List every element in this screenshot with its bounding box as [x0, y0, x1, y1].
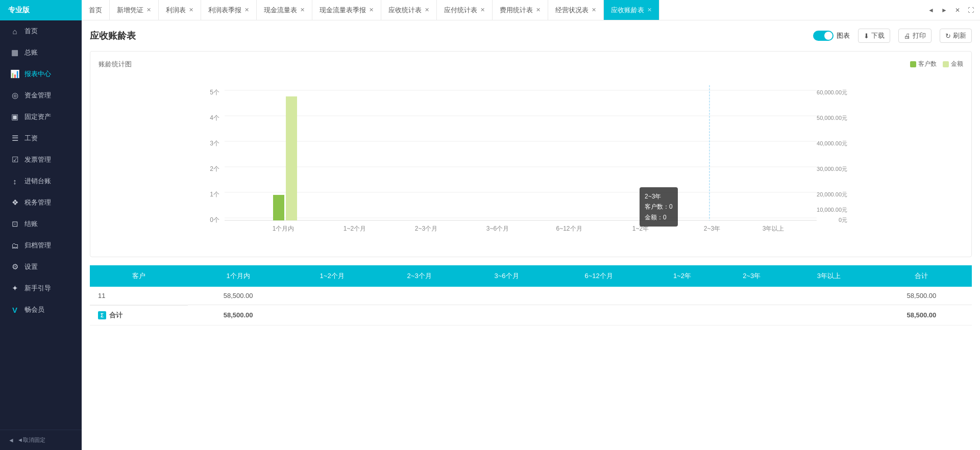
svg-text:10,000.00元: 10,000.00元	[817, 207, 847, 213]
cell-total-y2	[647, 305, 717, 326]
tab-close-aging[interactable]: ✕	[647, 7, 652, 13]
tab-cashflow[interactable]: 现金流量表 ✕	[257, 0, 312, 20]
invoice-icon: ☑	[10, 155, 19, 164]
header-actions: 图表 ⬇ 下载 🖨 打印 ↻ 刷新	[813, 29, 972, 43]
tab-close-business-stat[interactable]: ✕	[592, 7, 596, 13]
col-total: 合计	[871, 265, 972, 287]
sidebar-item-reports[interactable]: 📊 报表中心	[0, 63, 82, 85]
tab-close-all-btn[interactable]: ✕	[951, 4, 964, 16]
legend-customers: 客户数	[910, 60, 937, 68]
tab-close-voucher[interactable]: ✕	[146, 7, 151, 13]
sidebar-collapse-btn[interactable]: ◄ ◄取消固定	[0, 430, 82, 450]
bar-customers-0	[273, 195, 284, 220]
legend-amount-dot	[943, 61, 949, 67]
col-m12: 6~12个月	[550, 265, 647, 287]
tab-close-payable-stat[interactable]: ✕	[480, 7, 485, 13]
tab-navigation: ◄ ► ✕ ⛶	[922, 4, 980, 16]
tab-expand-btn[interactable]: ⛶	[965, 4, 977, 16]
col-m2: 1~2个月	[288, 265, 376, 287]
svg-text:3个: 3个	[210, 140, 219, 147]
print-button[interactable]: 🖨 打印	[898, 29, 932, 43]
sidebar-item-ledger[interactable]: ▦ 总账	[0, 42, 82, 63]
cell-total-above3	[787, 305, 871, 326]
cell-y3-0	[717, 287, 787, 305]
sidebar-item-vip[interactable]: V 畅会员	[0, 299, 82, 320]
chart-toggle[interactable]: 图表	[813, 31, 850, 41]
toggle-knob[interactable]	[813, 31, 834, 41]
table-total-row: Σ 合计 58,500.00 58,500.00	[90, 305, 972, 326]
page-header: 应收账龄表 图表 ⬇ 下载 🖨 打印 ↻ 刷新	[90, 29, 972, 43]
svg-text:2~3个月: 2~3个月	[415, 225, 437, 232]
svg-text:40,000.00元: 40,000.00元	[817, 140, 847, 146]
table-row: 11 58,500.00 58,500.00	[90, 287, 972, 305]
home-icon: ⌂	[10, 27, 19, 36]
svg-text:50,000.00元: 50,000.00元	[817, 115, 847, 121]
page-title: 应收账龄表	[90, 30, 136, 42]
svg-text:0元: 0元	[839, 217, 847, 223]
tab-receivable-stat[interactable]: 应收统计表 ✕	[381, 0, 437, 20]
sidebar-logo: 专业版	[0, 0, 82, 20]
tab-close-receivable-stat[interactable]: ✕	[425, 7, 429, 13]
sidebar-item-salary[interactable]: ☰ 工资	[0, 128, 82, 149]
close-accounts-icon: ⊡	[10, 219, 19, 229]
sidebar-item-invoice[interactable]: ☑ 发票管理	[0, 149, 82, 170]
sidebar-item-assets[interactable]: ▣ 固定资产	[0, 106, 82, 128]
svg-text:3年以上: 3年以上	[763, 225, 785, 232]
total-icon: Σ	[98, 311, 106, 319]
sidebar-item-archive[interactable]: 🗂 归档管理	[0, 235, 82, 256]
cell-total-0: 58,500.00	[871, 287, 972, 305]
tab-profit[interactable]: 利润表 ✕	[159, 0, 201, 20]
tab-voucher[interactable]: 新增凭证 ✕	[110, 0, 159, 20]
chart-svg: 5个 4个 3个 2个 1个 0个 60,000.00元 50,000.00元 …	[99, 75, 963, 248]
tab-prev-btn[interactable]: ◄	[925, 4, 937, 16]
svg-text:30,000.00元: 30,000.00元	[817, 166, 847, 172]
tab-close-cashflow-quarter[interactable]: ✕	[369, 7, 374, 13]
print-icon: 🖨	[904, 32, 911, 40]
table-header-row: 客户 1个月内 1~2个月 2~3个月 3~6个月 6~12个月 1~2年 2~…	[90, 265, 972, 287]
tab-expense-stat[interactable]: 费用统计表 ✕	[493, 0, 548, 20]
cell-m2-0	[288, 287, 376, 305]
tab-business-stat[interactable]: 经营状况表 ✕	[548, 0, 604, 20]
tab-close-profit[interactable]: ✕	[189, 7, 193, 13]
tab-home[interactable]: 首页	[82, 0, 110, 20]
legend-customers-dot	[910, 61, 916, 67]
funds-icon: ◎	[10, 91, 19, 100]
content-area: 应收账龄表 图表 ⬇ 下载 🖨 打印 ↻ 刷新	[82, 20, 980, 450]
cell-total-m2	[288, 305, 376, 326]
download-button[interactable]: ⬇ 下载	[858, 29, 890, 43]
tab-close-cashflow[interactable]: ✕	[300, 7, 305, 13]
toggle-label: 图表	[837, 31, 850, 40]
tab-cashflow-quarter[interactable]: 现金流量表季报 ✕	[312, 0, 381, 20]
cell-customer-0: 11	[90, 287, 188, 305]
cell-total-m12	[550, 305, 647, 326]
salary-icon: ☰	[10, 134, 19, 143]
main-area: 首页 新增凭证 ✕ 利润表 ✕ 利润表季报 ✕ 现金流量表 ✕ 现金流量表季报 …	[82, 0, 980, 450]
refresh-button[interactable]: ↻ 刷新	[940, 29, 972, 43]
guide-icon: ✦	[10, 284, 19, 293]
gear-icon: ⚙	[10, 262, 19, 271]
svg-text:0个: 0个	[210, 216, 219, 223]
sidebar-item-funds[interactable]: ◎ 资金管理	[0, 85, 82, 106]
sidebar: 专业版 ⌂ 首页 ▦ 总账 📊 报表中心 ◎ 资金管理 ▣ 固定资产 ☰ 工资 …	[0, 0, 82, 450]
tab-bar: 首页 新增凭证 ✕ 利润表 ✕ 利润表季报 ✕ 现金流量表 ✕ 现金流量表季报 …	[82, 0, 980, 20]
svg-text:1~2年: 1~2年	[632, 225, 649, 232]
col-above3: 3年以上	[787, 265, 871, 287]
sidebar-item-guide[interactable]: ✦ 新手引导	[0, 278, 82, 299]
sidebar-item-stock[interactable]: ↕ 进销台账	[0, 170, 82, 192]
refresh-icon: ↻	[945, 32, 951, 40]
sidebar-item-tax[interactable]: ❖ 税务管理	[0, 192, 82, 213]
svg-text:3~6个月: 3~6个月	[486, 225, 509, 232]
chart-container: 账龄统计图 客户数 金额 5个 4个 3个 2个 1个	[90, 51, 972, 257]
tab-close-profit-quarter[interactable]: ✕	[244, 7, 249, 13]
sidebar-item-close[interactable]: ⊡ 结账	[0, 213, 82, 235]
tab-profit-quarter[interactable]: 利润表季报 ✕	[201, 0, 257, 20]
cell-total-total: 58,500.00	[871, 305, 972, 326]
sidebar-item-settings[interactable]: ⚙ 设置	[0, 256, 82, 278]
tab-next-btn[interactable]: ►	[938, 4, 950, 16]
chart-legend: 客户数 金额	[910, 60, 963, 68]
data-table: 客户 1个月内 1~2个月 2~3个月 3~6个月 6~12个月 1~2年 2~…	[90, 265, 972, 326]
tab-payable-stat[interactable]: 应付统计表 ✕	[437, 0, 493, 20]
tab-close-expense-stat[interactable]: ✕	[536, 7, 541, 13]
tab-aging[interactable]: 应收账龄表 ✕	[604, 0, 659, 20]
sidebar-item-home[interactable]: ⌂ 首页	[0, 20, 82, 42]
